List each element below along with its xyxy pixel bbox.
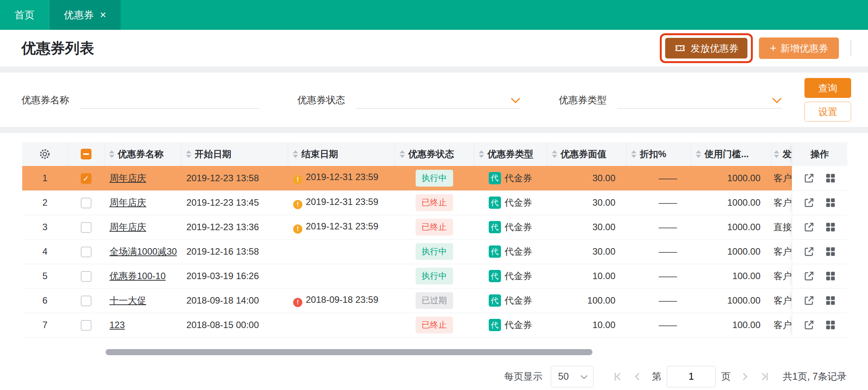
export-icon[interactable]	[803, 221, 815, 233]
add-coupon-button[interactable]: + 新增优惠券	[759, 37, 839, 59]
row-checkbox[interactable]	[81, 198, 91, 208]
gear-icon[interactable]	[22, 148, 68, 160]
sort-icon[interactable]	[696, 150, 701, 158]
close-icon[interactable]: ×	[100, 10, 106, 20]
value-cell: 100.00	[547, 288, 626, 313]
tab-home[interactable]: 首页	[0, 0, 49, 30]
status-badge: 已终止	[416, 194, 453, 211]
type-cell: 代代金券	[474, 215, 547, 239]
start-date-cell: 2019-12-23 13:58	[181, 166, 288, 190]
type-label: 代金券	[505, 172, 532, 184]
sort-icon[interactable]	[774, 150, 779, 158]
coupon-name-link[interactable]: 周年店庆	[109, 173, 146, 183]
row-checkbox[interactable]: ✓	[81, 173, 91, 184]
settings-button[interactable]: 设置	[804, 102, 851, 122]
last-page-icon[interactable]	[759, 371, 770, 382]
col-header-status[interactable]: 优惠券状态	[395, 142, 474, 166]
coupon-name-link[interactable]: 优惠券100-10	[109, 271, 166, 281]
type-cell: 代代金券	[474, 166, 547, 190]
first-page-icon[interactable]	[612, 371, 623, 382]
export-icon[interactable]	[803, 197, 815, 208]
col-header-threshold[interactable]: 使用门槛...	[691, 142, 771, 166]
status-cell: 已过期	[395, 288, 474, 313]
start-date-cell: 2019-03-19 16:26	[181, 264, 288, 288]
col-header-start-date[interactable]: 开始日期	[181, 142, 288, 166]
col-header-name[interactable]: 优惠券名称	[104, 142, 181, 166]
row-check-cell	[68, 215, 104, 239]
sort-icon[interactable]	[293, 150, 298, 158]
row-check-cell	[68, 313, 104, 337]
export-icon[interactable]	[803, 295, 815, 306]
status-cell: 执行中	[395, 264, 474, 288]
search-button[interactable]: 查询	[804, 78, 851, 98]
sort-icon[interactable]	[552, 150, 557, 158]
status-cell: 执行中	[395, 239, 474, 264]
coupon-name-link[interactable]: 123	[109, 320, 125, 330]
sort-icon[interactable]	[479, 150, 484, 158]
export-icon[interactable]	[803, 319, 815, 331]
filter-name-group: 优惠券名称	[21, 91, 259, 109]
coupon-name-link[interactable]: 十一大促	[109, 295, 146, 306]
grid-icon[interactable]	[825, 270, 836, 282]
coupon-name-link[interactable]: 周年店庆	[109, 222, 146, 232]
row-check-cell	[68, 264, 104, 288]
status-badge: 执行中	[416, 243, 453, 260]
tab-home-label: 首页	[15, 8, 34, 22]
grid-icon[interactable]	[825, 295, 836, 306]
horizontal-scrollbar-thumb[interactable]	[106, 349, 592, 355]
plus-icon: +	[770, 42, 777, 54]
status-cell: 已终止	[395, 190, 474, 215]
row-checkbox[interactable]	[81, 296, 91, 306]
col-header-value[interactable]: 优惠券面值	[547, 142, 626, 166]
export-icon[interactable]	[803, 270, 815, 282]
column-settings-header[interactable]	[22, 142, 68, 166]
status-cell: 已终止	[395, 215, 474, 239]
row-checkbox[interactable]	[81, 271, 91, 282]
select-all-checkbox[interactable]	[81, 149, 91, 159]
sort-icon[interactable]	[186, 150, 191, 158]
grid-icon[interactable]	[825, 172, 836, 184]
threshold-cell: 1000.00	[691, 288, 771, 313]
coupon-status-select[interactable]	[356, 91, 520, 109]
row-index: 3	[22, 215, 68, 239]
filter-bar: 优惠券名称 优惠券状态 优惠券类型 查询 设置	[0, 73, 868, 127]
prev-page-icon[interactable]	[632, 371, 643, 382]
col-header-discount[interactable]: 折扣%	[626, 142, 691, 166]
sort-icon[interactable]	[631, 150, 636, 158]
type-badge-icon: 代	[489, 319, 501, 331]
export-icon[interactable]	[803, 246, 815, 257]
table-header-row: 优惠券名称 开始日期 结束日期 优惠券状态 优惠券类型 优惠券面值	[22, 142, 847, 166]
coupon-table: 优惠券名称 开始日期 结束日期 优惠券状态 优惠券类型 优惠券面值	[22, 142, 847, 338]
row-checkbox[interactable]	[81, 247, 91, 257]
discount-cell: ——	[626, 190, 691, 215]
export-icon[interactable]	[803, 172, 815, 184]
grid-icon[interactable]	[825, 221, 836, 233]
row-index: 1	[22, 166, 68, 190]
issue-coupon-button[interactable]: 发放优惠券	[665, 38, 747, 58]
row-checkbox[interactable]	[81, 320, 91, 331]
per-page-select[interactable]: 50	[551, 366, 594, 387]
col-header-end-date[interactable]: 结束日期	[288, 142, 395, 166]
tab-coupon[interactable]: 优惠券 ×	[49, 0, 121, 30]
type-badge-icon: 代	[489, 294, 501, 307]
issue-mode-cell: 直接	[771, 215, 792, 239]
coupon-name-link[interactable]: 全场满1000减30	[109, 246, 177, 257]
sort-icon[interactable]	[109, 150, 114, 158]
coupon-type-select[interactable]	[617, 91, 782, 109]
page-number-input[interactable]	[667, 366, 716, 387]
coupon-name-link[interactable]: 周年店庆	[109, 197, 146, 208]
grid-icon[interactable]	[825, 197, 836, 208]
coupon-name-input[interactable]	[80, 91, 259, 109]
sort-icon[interactable]	[400, 150, 405, 158]
ops-cell	[792, 215, 847, 239]
col-header-type[interactable]: 优惠券类型	[474, 142, 547, 166]
grid-icon[interactable]	[825, 319, 836, 331]
next-page-icon[interactable]	[739, 371, 751, 382]
threshold-cell: 1000.00	[691, 166, 771, 190]
coupon-status-label: 优惠券状态	[297, 94, 345, 106]
filter-buttons: 查询 设置	[804, 78, 851, 122]
col-header-issue-mode[interactable]: 发	[771, 142, 792, 166]
row-checkbox[interactable]	[81, 222, 91, 233]
type-label: 代金券	[505, 221, 532, 233]
grid-icon[interactable]	[825, 246, 836, 257]
